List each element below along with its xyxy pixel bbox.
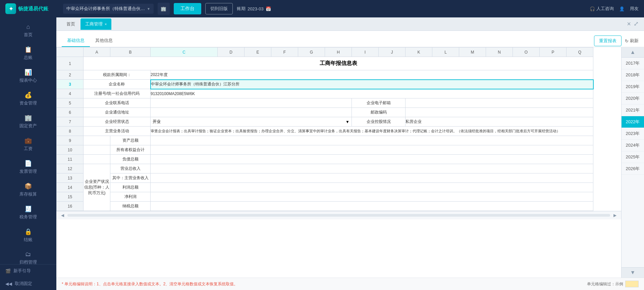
reg-value-cell[interactable]: 91320100MA208E5W6K [151,89,593,98]
refresh-button[interactable]: ↻ 刷新 [625,35,639,46]
sidebar-item-finance[interactable]: 💰 资金管理 [0,87,56,110]
hint-text: * 单元格编辑说明：1、点击单元格直接录入数值或文本。2、清空单元格数值或文本恢… [62,281,587,287]
main-biz-value-cell[interactable]: 审查企业会计报表；出具审计报告；验证企业资本；出具验资报告；办理企业合并、分立、… [151,127,593,136]
biz-state-value-cell[interactable]: 开业 ▼ [151,117,352,127]
net-profit-label: 净利润 [110,192,151,202]
email-label-cell: 企业电子邮箱 [352,98,406,108]
year-item-2023[interactable]: 2023年 [622,128,644,140]
table-title[interactable]: 工商年报信息表 [84,57,593,70]
liabilities-value[interactable] [151,155,593,164]
table-row: 11 负债总额 [57,155,593,164]
sidebar-item-ledger[interactable]: 📋 总账 [0,41,56,64]
year-item-2018[interactable]: 2018年 [622,69,644,81]
window-close-button[interactable]: × [627,20,631,28]
scroll-right-icon[interactable]: ▶ [611,212,619,218]
subtab-basic[interactable]: 基础信息 [62,35,90,47]
liabilities-label: 负债总额 [110,155,151,164]
email-value-cell[interactable] [406,98,593,108]
net-profit-value[interactable] [151,192,593,202]
service-label: 人工咨询 [596,6,614,12]
refresh-label: 刷新 [630,38,639,44]
year-item-2021[interactable]: 2021年 [622,104,644,116]
total-assets-value[interactable] [151,136,593,145]
company-icon-button[interactable]: 🏢 [158,3,170,15]
tab-close-icon[interactable]: × [105,22,107,26]
spreadsheet-main[interactable]: A B C D E F G H I J K L [56,47,621,278]
col-header-q: Q [567,48,593,57]
dropdown-arrow-icon[interactable]: ▼ [345,120,350,124]
old-version-button[interactable]: 切到旧版 [205,3,233,14]
invoice-icon: 📄 [24,160,32,167]
row-num-11: 11 [57,155,84,164]
period-label-cell: 税款所属期间： [84,70,151,80]
table-row: 3 企业名称 中审众环会计师事务所（特殊普通合伙）江苏分所 [57,80,593,89]
period-value-cell[interactable]: 2022年度 [151,70,593,80]
sidebar-item-tax[interactable]: 🧾 税务管理 [0,201,56,223]
col-header-b: B [110,48,151,57]
unpin-button[interactable]: ◀◀ 取消固定 [0,277,56,290]
ownership-value-cell[interactable]: 私营企业 [406,117,593,127]
row-num-16: 16 [57,202,84,211]
year-item-2026[interactable]: 2026年 [622,163,644,175]
sidebar-label-report: 报表中心 [19,77,37,83]
window-expand-button[interactable]: ⤢ [634,20,639,28]
logo: ✦ 畅捷通易代账 [5,3,59,14]
year-item-2019[interactable]: 2019年 [622,81,644,93]
sidebar-item-inventory[interactable]: 📦 库存核算 [0,178,56,201]
row-num-4: 4 [57,89,84,98]
equity-value[interactable] [151,145,593,155]
year-nav-up[interactable]: ▲ [622,47,644,58]
year-item-2024[interactable]: 2024年 [622,140,644,151]
profit-total-value[interactable] [151,183,593,192]
sidebar-item-salary[interactable]: 💼 工资 [0,132,56,155]
content-panel: 基础信息 其他信息 重置报表 ↻ 刷新 [56,31,644,290]
workbench-button[interactable]: 工作台 [174,3,201,14]
salary-icon: 💼 [24,137,32,144]
main-biz-label-cell: 主营业务活动 [84,127,151,136]
sample-label: 单元格编辑过：示例 [587,281,623,287]
phone-value-cell[interactable] [151,98,352,108]
user-service[interactable]: 🎧 人工咨询 [590,6,614,12]
col-header-d: D [218,48,245,57]
horizontal-scrollbar[interactable]: ◀ ▶ [56,211,621,219]
sidebar-item-invoice[interactable]: 📄 发票管理 [0,155,56,178]
col-header-o: O [513,48,540,57]
sidebar-item-assets[interactable]: 🏢 固定资产 [0,110,56,132]
sidebar-item-archive[interactable]: 🗂 归档管理 [0,246,56,264]
scroll-left-icon[interactable]: ◀ [59,212,66,218]
reg-label-cell: 注册号/统一社会信用代码 [84,89,151,98]
sidebar-label-ledger: 总账 [24,55,33,61]
sidebar-item-closing[interactable]: 🔒 结账 [0,223,56,246]
tab-home[interactable]: 首页 [62,18,80,30]
sidebar-item-report[interactable]: 📊 报表中心 [0,64,56,87]
tab-gongshang[interactable]: 工商管理 × [80,18,111,30]
tax-total-value[interactable] [151,202,593,211]
layout: ⌂ 首页 📋 总账 📊 报表中心 💰 资金管理 🏢 固定资产 💼 工资 [0,17,644,290]
year-item-2020[interactable]: 2020年 [622,93,644,104]
topbar-right: 🎧 人工咨询 👤 用友 [590,6,639,12]
new-user-guide[interactable]: 🎬 新手引导 [0,265,56,277]
main-revenue-value[interactable] [151,173,593,183]
addr-value-cell[interactable] [151,108,352,117]
year-nav-down[interactable]: ▼ [622,267,644,278]
company-value-cell[interactable]: 中审众环会计师事务所（特殊普通合伙）江苏分所 [151,80,593,89]
tax-icon: 🧾 [24,205,32,213]
year-item-2022[interactable]: 2022年 [622,116,644,128]
year-item-2025[interactable]: 2025年 [622,151,644,163]
scroll-track[interactable] [67,214,610,217]
ownership-label-cell: 企业控股情况 [352,117,406,127]
reset-report-button[interactable]: 重置报表 [594,35,622,46]
year-item-2017[interactable]: 2017年 [622,58,644,69]
subtab-other[interactable]: 其他信息 [90,35,118,47]
col-header-j: J [379,48,406,57]
company-selector[interactable]: 中审众环会计师事务所（特殊普通合伙… ▼ [63,4,154,14]
profit-total-label: 利润总额 [110,183,151,192]
col-header-f: F [271,48,298,57]
revenue-total-value[interactable] [151,164,593,173]
sidebar-item-home[interactable]: ⌂ 首页 [0,19,56,41]
calendar-icon[interactable]: 📅 [266,6,271,11]
postal-value-cell[interactable] [406,108,593,117]
col-header-p: P [540,48,567,57]
spreadsheet-table: A B C D E F G H I J K L [56,47,594,211]
table-row: 8 主营业务活动 审查企业会计报表；出具审计报告；验证企业资本；出具验资报告；办… [57,127,593,136]
